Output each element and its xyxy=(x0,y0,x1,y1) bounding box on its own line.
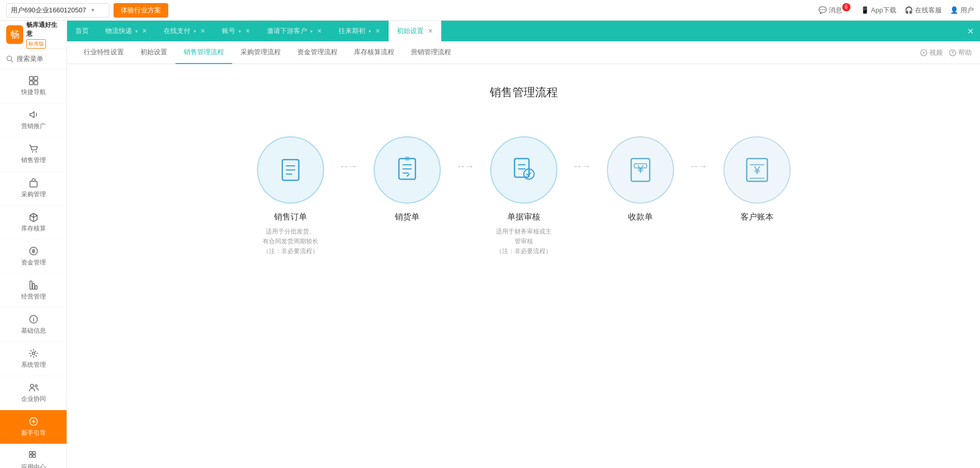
nav-tab-home[interactable]: 首页 xyxy=(67,21,97,41)
flow-label-doc-review: 单据审核 xyxy=(507,212,540,223)
flow-node-doc-review[interactable]: 单据审核 适用于财务审核或主 管审核 （注：非必要流程） xyxy=(477,136,570,257)
flow-circle-customer-account: ¥ xyxy=(724,136,791,204)
tab-close-icon[interactable]: ✕ xyxy=(428,27,433,35)
logo-icon: 畅 xyxy=(6,25,23,44)
nav-tab-initial-settings[interactable]: 初始设置 ✕ xyxy=(389,21,441,41)
message-badge: 6 xyxy=(842,3,850,11)
team-icon xyxy=(28,382,39,393)
doc-review-icon xyxy=(508,154,539,185)
sidebar-item-purchase[interactable]: 采购管理 xyxy=(0,171,67,206)
main-layout: 畅 畅库通好生意 标准版 搜索菜单 快捷导航 xyxy=(0,21,980,468)
content-area: 首页 物流快递 ▾ ✕ 在线支付 ▾ ✕ 账号 ▾ ✕ 邀请下游客户 ▾ ✕ xyxy=(67,21,980,468)
receipt-icon: ¥ xyxy=(625,154,656,185)
sidebar-item-system[interactable]: 系统管理 xyxy=(0,342,67,376)
sidebar-label: 采购管理 xyxy=(21,190,46,199)
message-label: 消息 xyxy=(829,6,842,15)
flow-node-customer-account[interactable]: ¥ 客户账本 xyxy=(711,136,804,227)
sidebar: 畅 畅库通好生意 标准版 搜索菜单 快捷导航 xyxy=(0,21,67,468)
flow-node-sales-order[interactable]: 销售订单 适用于分批发货、 有合同发货周期较长 （注：非必要流程） xyxy=(244,136,337,257)
user-avatar-item[interactable]: 👤 用户 xyxy=(950,6,974,15)
sidebar-item-operations[interactable]: 经营管理 xyxy=(0,274,67,308)
logo-text: 畅库通好生意 标准版 xyxy=(26,21,60,49)
message-item[interactable]: 💬 消息 6 xyxy=(818,6,853,15)
sidebar-label: 新手引导 xyxy=(21,429,46,438)
sidebar-item-marketing[interactable]: 营销推广 xyxy=(0,103,67,137)
sidebar-search[interactable]: 搜索菜单 xyxy=(0,49,67,69)
nav-tab-label: 在线支付 xyxy=(164,26,190,36)
svg-rect-8 xyxy=(30,181,37,187)
help-link[interactable]: 帮助 xyxy=(949,48,972,57)
tab-close-icon[interactable]: ✕ xyxy=(245,27,250,35)
app-download-item[interactable]: 📱 App下载 xyxy=(861,6,896,15)
sidebar-item-inventory[interactable]: 库存核算 xyxy=(0,206,67,240)
sub-tab-purchase-flow[interactable]: 采购管理流程 xyxy=(232,41,289,64)
sidebar-label: 库存核算 xyxy=(21,224,46,233)
flow-chart: 销售订单 适用于分批发货、 有合同发货周期较长 （注：非必要流程） - - → xyxy=(79,126,968,267)
nav-tab-opening[interactable]: 往来期初 ▾ ✕ xyxy=(330,21,389,41)
page-title: 销售管理流程 xyxy=(79,85,968,100)
sub-tab-industry[interactable]: 行业特性设置 xyxy=(75,41,132,64)
svg-line-1 xyxy=(11,60,13,63)
flow-circle-sales-order xyxy=(257,136,324,204)
nav-tab-logistics[interactable]: 物流快递 ▾ ✕ xyxy=(97,21,155,41)
top-bar-right: 💬 消息 6 📱 App下载 🎧 在线客服 👤 用户 xyxy=(818,6,974,15)
megaphone-icon xyxy=(28,110,39,120)
chevron-down-icon: ▾ xyxy=(135,28,138,34)
tab-close-icon[interactable]: ✕ xyxy=(142,27,147,35)
flow-label-sales-invoice: 销货单 xyxy=(395,212,420,223)
svg-text:¥: ¥ xyxy=(753,164,760,177)
svg-rect-5 xyxy=(34,81,38,85)
user-select[interactable]: 用户690企业1660120507 ▼ xyxy=(6,3,109,18)
sidebar-label: 资金管理 xyxy=(21,258,46,267)
flow-desc-sales-order: 适用于分批发货、 有合同发货周期较长 （注：非必要流程） xyxy=(263,227,318,257)
svg-rect-20 xyxy=(33,451,35,454)
logo-badge: 标准版 xyxy=(26,39,46,49)
svg-point-15 xyxy=(32,352,35,355)
sales-invoice-icon xyxy=(392,154,423,185)
svg-point-14 xyxy=(33,317,34,318)
trial-button[interactable]: 体验行业方案 xyxy=(114,3,168,18)
dashed-arrow-icon: - - → xyxy=(341,161,357,172)
nav-tab-payment[interactable]: 在线支付 ▾ ✕ xyxy=(155,21,214,41)
sidebar-item-basic-info[interactable]: 基础信息 xyxy=(0,308,67,342)
cart-icon xyxy=(28,144,39,154)
chevron-down-icon: ▾ xyxy=(238,28,241,34)
sub-tab-sales-flow[interactable]: 销售管理流程 xyxy=(175,41,232,64)
sidebar-item-beginner-guide[interactable]: 新手引导 xyxy=(0,410,67,444)
sub-tab-label: 销售管理流程 xyxy=(184,48,224,57)
chevron-down-icon: ▾ xyxy=(368,28,371,34)
flow-node-receipt[interactable]: ¥ 收款单 xyxy=(594,136,687,227)
chevron-down-icon: ▾ xyxy=(194,28,196,34)
search-label: 搜索菜单 xyxy=(17,54,43,64)
flow-node-sales-invoice[interactable]: 销货单 xyxy=(361,136,454,227)
tab-close-icon[interactable]: ✕ xyxy=(317,27,322,35)
svg-rect-35 xyxy=(405,157,409,161)
box-icon xyxy=(28,212,39,222)
svg-rect-22 xyxy=(33,455,35,458)
tab-close-icon[interactable]: ✕ xyxy=(375,27,380,35)
sidebar-item-quick-nav[interactable]: 快捷导航 xyxy=(0,69,67,103)
sidebar-item-app-center[interactable]: 应用中心 xyxy=(0,444,67,468)
sub-tab-initial[interactable]: 初始设置 xyxy=(132,41,175,64)
sub-tab-finance-flow[interactable]: 资金管理流程 xyxy=(289,41,346,64)
svg-point-6 xyxy=(31,151,33,152)
message-icon: 💬 xyxy=(818,6,827,14)
svg-rect-21 xyxy=(29,455,32,458)
flow-circle-receipt: ¥ xyxy=(607,136,674,204)
tab-close-icon[interactable]: ✕ xyxy=(200,27,205,35)
close-all-tabs-button[interactable]: ✕ xyxy=(961,21,980,41)
nav-tab-invite[interactable]: 邀请下游客户 ▾ ✕ xyxy=(259,21,330,41)
nav-tab-account[interactable]: 账号 ▾ ✕ xyxy=(214,21,259,41)
flow-circle-sales-invoice xyxy=(374,136,441,204)
sub-tab-label: 采购管理流程 xyxy=(240,48,281,57)
sidebar-label: 应用中心 xyxy=(21,463,46,468)
video-link[interactable]: 视频 xyxy=(920,48,943,57)
sidebar-item-finance[interactable]: 资金管理 xyxy=(0,240,67,274)
sub-tab-marketing-flow[interactable]: 营销管理流程 xyxy=(403,41,459,64)
sidebar-item-enterprise[interactable]: 企业协同 xyxy=(0,376,67,410)
sub-tabs: 行业特性设置 初始设置 销售管理流程 采购管理流程 资金管理流程 库存核算流程 … xyxy=(67,41,980,64)
sub-tab-inventory-flow[interactable]: 库存核算流程 xyxy=(346,41,403,64)
online-service-item[interactable]: 🎧 在线客服 xyxy=(905,6,942,15)
sidebar-label: 销售管理 xyxy=(21,156,46,165)
sidebar-item-sales[interactable]: 销售管理 xyxy=(0,137,67,171)
